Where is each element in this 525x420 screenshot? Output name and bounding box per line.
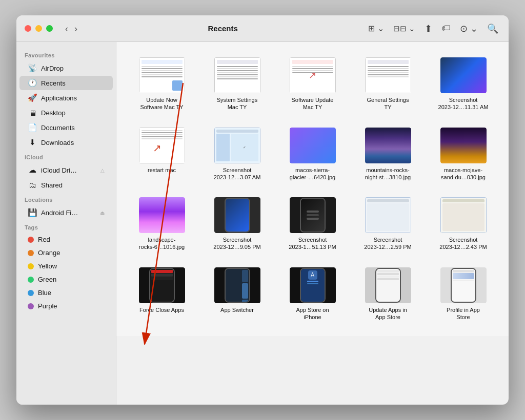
file-item[interactable]: ↗ restart mac	[127, 124, 197, 184]
forward-button[interactable]: ›	[72, 23, 79, 34]
blue-dot	[28, 290, 34, 296]
sidebar-tag-green[interactable]: Green	[19, 273, 113, 286]
sidebar-tag-blue[interactable]: Blue	[19, 286, 113, 299]
red-dot	[28, 237, 34, 243]
file-item[interactable]: Screenshot2023-1…51.13 PM	[277, 194, 348, 254]
file-item[interactable]: System SettingsMac TY	[202, 54, 272, 114]
back-button[interactable]: ‹	[63, 23, 70, 34]
icloud-sync-icon: △	[100, 167, 105, 173]
downloads-icon: ⬇	[28, 138, 37, 147]
file-item[interactable]: landscape-rocks-6…1016.jpg	[127, 194, 197, 254]
file-item[interactable]: mountains-rocks-night-st…3810.jpg	[353, 124, 423, 184]
phone-thumb: A	[300, 268, 326, 303]
more-button[interactable]: ⊙ ⌄	[458, 21, 480, 36]
sidebar-item-downloads[interactable]: ⬇ Downloads	[19, 135, 113, 150]
file-item[interactable]: Screenshot2023-12…9.05 PM	[202, 194, 272, 254]
file-name: restart mac	[148, 166, 176, 174]
documents-icon: 📄	[28, 123, 37, 132]
tags-label: Tags	[16, 220, 116, 233]
sidebar-item-recents[interactable]: 🕐 Recents	[19, 76, 113, 90]
search-button[interactable]: 🔍	[485, 21, 500, 36]
icloud-icon: ☁	[28, 165, 37, 175]
sidebar-item-documents[interactable]: 📄 Documents	[19, 120, 113, 135]
file-grid: Update NowSoftware Mac TY System Setting…	[127, 54, 498, 324]
sidebar-tag-orange[interactable]: Orange	[19, 246, 113, 259]
file-thumbnail: ↗	[290, 57, 336, 93]
file-thumbnail	[440, 267, 487, 303]
sidebar-item-label: Recents	[41, 79, 66, 87]
file-name: macos-mojave-sand-du…030.jpg	[441, 166, 486, 181]
file-name: App Switcher	[220, 306, 254, 313]
tag-button[interactable]: 🏷	[439, 21, 453, 36]
sidebar-item-icloud-drive[interactable]: ☁ iCloud Dri… △	[19, 163, 113, 177]
sidebar-tag-yellow[interactable]: Yellow	[19, 260, 113, 272]
tag-label: Green	[38, 276, 56, 283]
favourites-label: Favourites	[16, 48, 116, 60]
yellow-dot	[28, 263, 34, 269]
main-content: Favourites 📡 AirDrop 🕐 Recents 🚀 Applica…	[16, 42, 509, 405]
sidebar-item-desktop[interactable]: 🖥 Desktop	[19, 106, 113, 120]
window-title: Recents	[86, 24, 360, 33]
file-thumbnail	[365, 197, 411, 233]
title-bar: ‹ › Recents ⊞ ⌄ ⊟⊟ ⌄ ⬆ 🏷 ⊙ ⌄ 🔍	[16, 15, 509, 42]
close-button[interactable]	[25, 25, 31, 32]
file-item[interactable]: macos-sierra-glacier-…6420.jpg	[277, 124, 348, 184]
file-name: General SettingsTY	[367, 96, 409, 111]
file-item-profile-appstore[interactable]: Profile in AppStore	[428, 264, 498, 324]
shared-icon: 🗂	[28, 180, 37, 190]
file-item-force-close[interactable]: Force Close Apps	[127, 264, 197, 324]
traffic-lights	[25, 25, 53, 32]
title-text: Recents	[208, 24, 238, 33]
locations-label: Locations	[16, 193, 116, 205]
view-list-button[interactable]: ⊟⊟ ⌄	[391, 22, 417, 35]
sidebar-item-label: Downloads	[41, 139, 74, 146]
file-item[interactable]: Screenshot2023-12…2.59 PM	[353, 194, 423, 254]
sidebar-item-airdrop[interactable]: 📡 AirDrop	[19, 61, 113, 75]
sidebar-item-label: Android Fi…	[41, 209, 78, 217]
sidebar-item-label: Applications	[41, 94, 77, 102]
file-thumbnail	[139, 267, 185, 303]
file-thumbnail	[290, 128, 336, 163]
file-item[interactable]: ↗ Software UpdateMac TY	[277, 54, 348, 114]
airdrop-icon: 📡	[28, 64, 37, 73]
file-item[interactable]: ✓ Screenshot2023-12…3.07 AM	[202, 124, 272, 184]
file-item-appstore-iphone[interactable]: A App Store oniPhone	[277, 264, 348, 324]
file-thumbnail: A	[290, 267, 336, 303]
file-name: Screenshot2023-12…2.43 PM	[439, 236, 487, 251]
file-area-wrapper: Update NowSoftware Mac TY System Setting…	[116, 42, 509, 405]
file-name: Software UpdateMac TY	[292, 96, 334, 111]
tag-label: Yellow	[38, 262, 57, 270]
file-name: macos-sierra-glacier-…6420.jpg	[290, 166, 335, 181]
file-item[interactable]: macos-mojave-sand-du…030.jpg	[428, 124, 498, 184]
file-thumbnail	[139, 197, 185, 233]
share-button[interactable]: ⬆	[422, 21, 434, 36]
file-item[interactable]: Screenshot2023-12…2.43 PM	[428, 194, 498, 254]
file-thumbnail: ↗	[139, 128, 185, 163]
toolbar-right: ⊞ ⌄ ⊟⊟ ⌄ ⬆ 🏷 ⊙ ⌄ 🔍	[366, 21, 500, 36]
sidebar-item-android[interactable]: 💾 Android Fi… ⏏	[19, 205, 113, 220]
eject-icon[interactable]: ⏏	[100, 210, 105, 216]
file-item[interactable]: General SettingsTY	[353, 54, 423, 114]
file-thumbnail	[365, 128, 411, 163]
sidebar-item-shared[interactable]: 🗂 Shared	[19, 178, 113, 192]
file-name: Profile in AppStore	[447, 306, 480, 321]
file-item-update-apps[interactable]: Update Apps inApp Store	[353, 264, 423, 324]
minimize-button[interactable]	[35, 25, 42, 32]
sidebar: Favourites 📡 AirDrop 🕐 Recents 🚀 Applica…	[16, 42, 116, 405]
file-name: Screenshot2023-12…2.59 PM	[364, 236, 411, 251]
green-dot	[28, 277, 34, 283]
phone-thumb	[375, 268, 401, 303]
drive-icon: 💾	[28, 208, 37, 217]
file-item[interactable]: Update NowSoftware Mac TY	[127, 54, 197, 114]
file-item[interactable]: Screenshot2023-12…11.31 AM	[428, 54, 498, 114]
maximize-button[interactable]	[46, 25, 53, 32]
view-grid-button[interactable]: ⊞ ⌄	[366, 22, 386, 35]
sidebar-item-applications[interactable]: 🚀 Applications	[19, 91, 113, 105]
sidebar-tag-red[interactable]: Red	[19, 233, 113, 246]
sidebar-tag-purple[interactable]: Purple	[19, 300, 113, 312]
file-thumbnail	[440, 197, 487, 233]
nav-buttons: ‹ ›	[63, 23, 79, 34]
file-item-app-switcher[interactable]: App Switcher	[202, 264, 272, 324]
file-thumbnail	[365, 57, 411, 93]
file-name: App Store oniPhone	[296, 306, 329, 321]
